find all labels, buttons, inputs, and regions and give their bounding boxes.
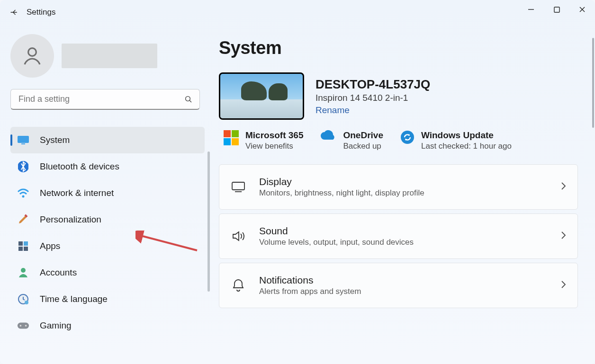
card-title: Display bbox=[259, 176, 424, 187]
sidebar-item-system[interactable]: System bbox=[10, 127, 205, 153]
sidebar-item-label: System bbox=[40, 135, 70, 145]
device-summary: DESKTOP-4L537JQ Inspiron 14 5410 2-in-1 … bbox=[219, 72, 578, 120]
sidebar-item-network-internet[interactable]: Network & internet bbox=[10, 180, 205, 206]
status-microsoft-[interactable]: Microsoft 365View benefits bbox=[224, 130, 303, 151]
maximize-button[interactable] bbox=[544, 0, 569, 19]
wifi-icon bbox=[17, 187, 29, 199]
apps-icon bbox=[17, 240, 29, 252]
window-scrollbar[interactable] bbox=[592, 38, 594, 128]
brush-icon bbox=[17, 213, 29, 226]
card-notifications[interactable]: NotificationsAlerts from apps and system bbox=[219, 263, 578, 308]
status-title: Microsoft 365 bbox=[245, 130, 303, 141]
onedrive-icon bbox=[320, 130, 336, 143]
user-name-redacted bbox=[62, 44, 157, 68]
svg-rect-15 bbox=[24, 247, 28, 251]
sidebar-item-apps[interactable]: Apps bbox=[10, 233, 205, 259]
sidebar-scrollbar[interactable] bbox=[207, 151, 210, 292]
search-icon bbox=[184, 95, 193, 104]
avatar bbox=[10, 34, 54, 78]
sidebar-item-label: Accounts bbox=[40, 267, 77, 278]
sidebar-item-label: Network & internet bbox=[40, 188, 114, 198]
back-arrow-icon bbox=[9, 8, 19, 17]
svg-rect-8 bbox=[21, 143, 25, 144]
svg-rect-14 bbox=[18, 247, 23, 251]
svg-point-20 bbox=[20, 325, 22, 327]
search-input[interactable] bbox=[18, 94, 184, 105]
card-display[interactable]: DisplayMonitors, brightness, night light… bbox=[219, 164, 578, 210]
sidebar-item-accounts[interactable]: Accounts bbox=[10, 259, 205, 286]
sidebar-item-gaming[interactable]: Gaming bbox=[10, 312, 205, 339]
device-model: Inspiron 14 5410 2-in-1 bbox=[316, 93, 430, 103]
status-title: Windows Update bbox=[421, 130, 512, 141]
update-icon bbox=[400, 130, 415, 146]
chevron-right-icon bbox=[560, 231, 566, 242]
person-icon bbox=[17, 266, 29, 279]
svg-rect-19 bbox=[18, 323, 29, 329]
svg-point-24 bbox=[401, 131, 414, 144]
card-subtitle: Volume levels, output, input, sound devi… bbox=[259, 238, 414, 247]
search-box[interactable] bbox=[10, 89, 200, 110]
status-subtitle: Backed up bbox=[343, 142, 383, 151]
person-icon bbox=[21, 44, 44, 67]
card-title: Sound bbox=[259, 225, 414, 237]
svg-rect-13 bbox=[24, 241, 28, 246]
rename-link[interactable]: Rename bbox=[316, 105, 430, 115]
status-subtitle: View benefits bbox=[245, 142, 303, 151]
card-sound[interactable]: SoundVolume levels, output, input, sound… bbox=[219, 213, 578, 259]
sidebar: SystemBluetooth & devicesNetwork & inter… bbox=[0, 25, 213, 364]
svg-point-10 bbox=[22, 195, 25, 198]
sound-icon bbox=[231, 229, 246, 244]
sidebar-item-personalization[interactable]: Personalization bbox=[10, 206, 205, 233]
desktop-thumbnail bbox=[219, 72, 304, 120]
svg-line-6 bbox=[189, 100, 191, 102]
svg-point-18 bbox=[25, 301, 28, 304]
gamepad-icon bbox=[17, 320, 29, 332]
chevron-right-icon bbox=[560, 181, 566, 193]
sidebar-item-time-language[interactable]: Time & language bbox=[10, 286, 205, 312]
sidebar-item-bluetooth-devices[interactable]: Bluetooth & devices bbox=[10, 153, 205, 180]
settings-cards: DisplayMonitors, brightness, night light… bbox=[219, 164, 578, 308]
settings-window: Settings SystemBluetooth & devicesNetwor… bbox=[0, 0, 595, 364]
page-title: System bbox=[219, 38, 578, 58]
card-subtitle: Alerts from apps and system bbox=[259, 287, 361, 296]
close-button[interactable] bbox=[569, 0, 595, 19]
bell-icon bbox=[231, 278, 246, 293]
main-pane: System DESKTOP-4L537JQ Inspiron 14 5410 … bbox=[213, 25, 595, 364]
nav-list: SystemBluetooth & devicesNetwork & inter… bbox=[10, 127, 205, 339]
window-title: Settings bbox=[27, 8, 55, 17]
maximize-icon bbox=[554, 7, 560, 13]
svg-point-21 bbox=[25, 325, 27, 327]
monitor-icon bbox=[17, 134, 29, 146]
status-subtitle: Last checked: 1 hour ago bbox=[421, 142, 512, 151]
bluetooth-icon bbox=[17, 160, 29, 173]
status-onedrive[interactable]: OneDriveBacked up bbox=[320, 130, 383, 151]
svg-rect-25 bbox=[232, 182, 244, 190]
clock-icon bbox=[17, 293, 29, 305]
card-title: Notifications bbox=[259, 275, 361, 286]
sidebar-item-label: Apps bbox=[40, 241, 60, 251]
sidebar-item-label: Gaming bbox=[40, 320, 72, 331]
svg-point-4 bbox=[28, 48, 36, 56]
close-icon bbox=[579, 6, 586, 13]
profile-block[interactable] bbox=[10, 34, 205, 78]
sidebar-item-label: Bluetooth & devices bbox=[40, 161, 119, 172]
device-name: DESKTOP-4L537JQ bbox=[316, 77, 430, 92]
card-subtitle: Monitors, brightness, night light, displ… bbox=[259, 188, 424, 198]
status-row: Microsoft 365View benefitsOneDriveBacked… bbox=[219, 130, 578, 151]
status-windows-update[interactable]: Windows UpdateLast checked: 1 hour ago bbox=[400, 130, 512, 151]
minimize-button[interactable] bbox=[518, 0, 544, 19]
svg-rect-1 bbox=[554, 7, 559, 12]
display-icon bbox=[231, 179, 246, 195]
svg-rect-7 bbox=[18, 136, 29, 143]
sidebar-item-label: Personalization bbox=[40, 214, 101, 225]
svg-point-16 bbox=[21, 268, 26, 273]
back-button[interactable] bbox=[4, 2, 25, 23]
window-controls bbox=[518, 0, 595, 19]
chevron-right-icon bbox=[560, 280, 566, 291]
sidebar-item-label: Time & language bbox=[40, 294, 108, 304]
titlebar: Settings bbox=[0, 0, 595, 25]
svg-rect-12 bbox=[18, 241, 23, 246]
minimize-icon bbox=[528, 6, 534, 13]
ms365-icon bbox=[224, 130, 239, 145]
svg-point-5 bbox=[186, 96, 190, 101]
